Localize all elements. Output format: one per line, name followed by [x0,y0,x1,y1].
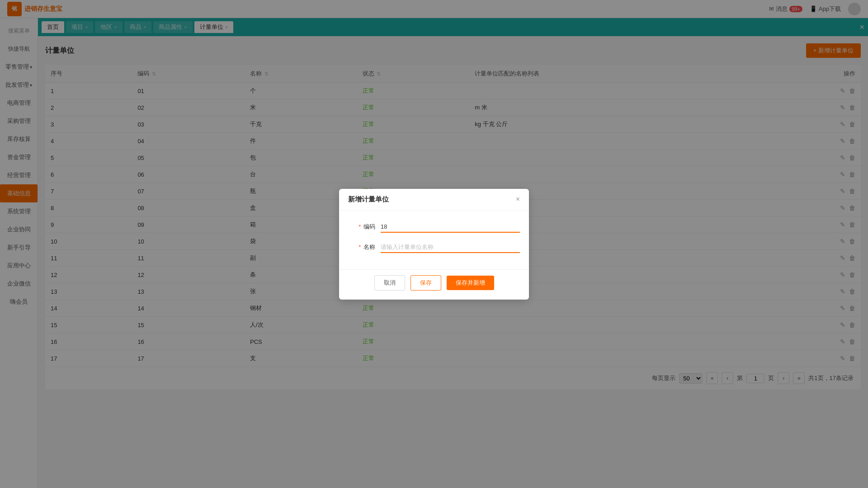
modal-close-button[interactable]: × [516,195,520,203]
cancel-button[interactable]: 取消 [374,275,405,291]
add-unit-modal: 新增计量单位 × * 编码 * 名称 取消 保存 保存并新增 [339,189,529,300]
name-form-row: * 名称 [348,242,520,253]
modal-overlay[interactable]: 新增计量单位 × * 编码 * 名称 取消 保存 保存并新增 [0,0,868,488]
name-input[interactable] [381,242,520,253]
modal-header: 新增计量单位 × [339,189,529,211]
required-star: * [359,244,361,250]
code-input[interactable] [381,221,520,233]
code-form-row: * 编码 [348,221,520,233]
modal-title: 新增计量单位 [348,195,389,204]
modal-footer: 取消 保存 保存并新增 [339,269,529,300]
save-and-new-button[interactable]: 保存并新增 [447,276,494,290]
name-label: * 名称 [348,243,375,251]
required-star: * [359,223,361,230]
modal-body: * 编码 * 名称 [339,211,529,269]
save-button[interactable]: 保存 [410,275,441,291]
code-label: * 编码 [348,223,375,231]
